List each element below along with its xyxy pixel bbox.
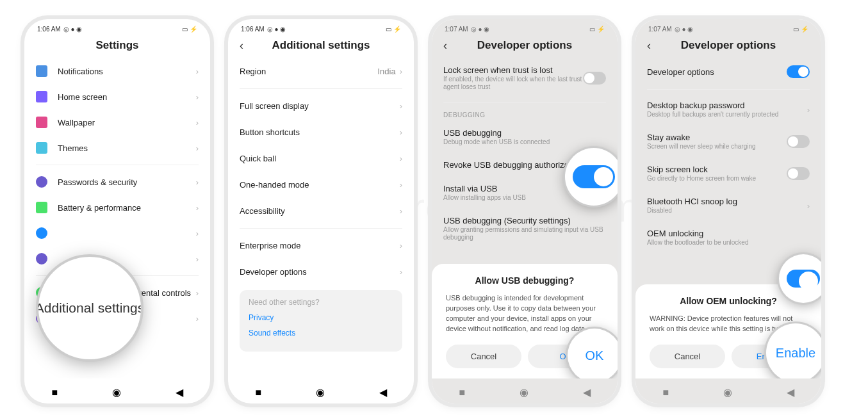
row-label: Accessibility	[240, 206, 400, 216]
row-label: Home screen	[58, 92, 196, 102]
magnify-ok: OK	[568, 329, 618, 378]
settings-row-usb-debug[interactable]: USB debuggingDebug mode when USB is conn…	[443, 121, 606, 153]
toggle-on-magnified	[787, 270, 820, 288]
settings-row-backup[interactable]: Desktop backup passwordDesktop full back…	[647, 94, 810, 126]
chevron-right-icon: ›	[196, 314, 199, 323]
nav-recent-button[interactable]: ■	[662, 387, 669, 398]
need-other-settings: Need other settings? Privacy Sound effec…	[240, 290, 402, 352]
dialog-title: Allow OEM unlocking?	[650, 296, 807, 306]
status-bar: 1:07 AM ◎ ● ◉ ▭ ⚡	[635, 19, 821, 35]
header: Settings	[24, 35, 210, 58]
need-link-privacy[interactable]: Privacy	[249, 313, 393, 322]
phone-body: Notifications› Home screen› Wallpaper› T…	[24, 58, 210, 378]
row-label: Enterprise mode	[240, 241, 400, 250]
cancel-button[interactable]: Cancel	[650, 345, 725, 368]
settings-row-accessibility[interactable]: Accessibility›	[240, 198, 402, 224]
row-label: Notifications	[58, 67, 196, 76]
toggle-developer-on[interactable]	[787, 65, 810, 78]
back-button[interactable]: ‹	[240, 39, 243, 53]
wallpaper-icon	[36, 117, 47, 128]
header: ‹ Additional settings	[228, 35, 414, 58]
nav-recent-button[interactable]: ■	[51, 387, 58, 398]
settings-row-developer[interactable]: Developer options›	[240, 259, 402, 285]
row-value: India	[377, 67, 395, 76]
chevron-right-icon: ›	[196, 254, 199, 264]
battery-icon	[36, 202, 47, 213]
settings-row-wallpaper[interactable]: Wallpaper›	[36, 110, 199, 135]
themes-icon	[36, 142, 47, 154]
settings-row-stayawake[interactable]: Stay awakeScreen will never sleep while …	[647, 126, 810, 158]
battery-icon: ▭ ⚡	[589, 26, 605, 33]
settings-row-quickball[interactable]: Quick ball›	[240, 145, 402, 172]
row-label: Lock screen when trust is lost	[443, 65, 583, 75]
settings-row-usb-security[interactable]: USB debugging (Security settings)Allow g…	[443, 209, 606, 248]
row-sub: Desktop full backups aren't currently pr…	[647, 111, 807, 118]
settings-row-onehanded[interactable]: One-handed mode›	[240, 172, 402, 198]
row-label: Bluetooth HCI snoop log	[647, 197, 807, 206]
row-label: Themes	[58, 143, 196, 153]
chevron-right-icon: ›	[400, 127, 402, 137]
row-label: Developer options	[647, 67, 787, 77]
settings-row-bthci[interactable]: Bluetooth HCI snoop logDisabled›	[647, 190, 810, 222]
back-button[interactable]: ‹	[647, 39, 651, 53]
battery-icon: ▭ ⚡	[793, 26, 808, 33]
chevron-right-icon: ›	[400, 154, 402, 163]
divider	[240, 228, 402, 229]
settings-row-enterprise[interactable]: Enterprise mode›	[240, 232, 402, 259]
phone-oem-unlock: 1:07 AM ◎ ● ◉ ▭ ⚡ ‹ Developer options De…	[635, 19, 821, 403]
status-icon: ◎ ● ◉	[267, 26, 286, 33]
row-label: Desktop backup password	[647, 101, 807, 110]
nav-home-button[interactable]: ◉	[520, 386, 528, 398]
need-title: Need other settings?	[249, 298, 393, 307]
toggle-skip-lock[interactable]	[787, 167, 810, 180]
nav-back-button[interactable]: ◀	[787, 386, 794, 398]
toggle-stay-awake[interactable]	[787, 135, 810, 148]
nav-back-button[interactable]: ◀	[379, 386, 387, 398]
divider	[647, 89, 810, 90]
navbar: ■ ◉ ◀	[432, 378, 618, 403]
settings-row-region[interactable]: RegionIndia›	[240, 58, 402, 85]
divider	[443, 102, 606, 102]
row-label: Stay awake	[647, 133, 787, 142]
back-button[interactable]: ‹	[443, 39, 447, 53]
row-label: Wallpaper	[58, 118, 196, 127]
settings-row-home[interactable]: Home screen›	[36, 84, 199, 110]
dialog-usb-debugging: Allow USB debugging? USB debugging is in…	[432, 264, 618, 378]
settings-row-battery[interactable]: Battery & performance›	[36, 195, 199, 220]
settings-row-oem[interactable]: OEM unlockingAllow the bootloader to be …	[647, 222, 810, 254]
section-debugging: DEBUGGING	[443, 111, 606, 118]
row-sub: If enabled, the device will lock when th…	[443, 76, 583, 91]
settings-row-lockscreen[interactable]: Lock screen when trust is lostIf enabled…	[443, 58, 606, 98]
status-time: 1:06 AM	[37, 26, 61, 33]
phone-body: Lock screen when trust is lostIf enabled…	[432, 58, 618, 378]
chevron-right-icon: ›	[400, 67, 402, 76]
row-sub: Allow granting permissions and simulatin…	[443, 226, 606, 241]
nav-recent-button[interactable]: ■	[459, 387, 465, 398]
row-label: USB debugging (Security settings)	[443, 216, 606, 225]
settings-row-hidden1[interactable]: ›	[36, 220, 199, 246]
magnify-ok-text: OK	[585, 348, 604, 363]
settings-row-shortcuts[interactable]: Button shortcuts›	[240, 119, 402, 145]
battery-icon: ▭ ⚡	[182, 26, 197, 33]
toggle-off[interactable]	[583, 72, 606, 85]
row-sub: Debug mode when USB is connected	[443, 138, 606, 146]
nav-home-button[interactable]: ◉	[723, 386, 732, 398]
settings-row-themes[interactable]: Themes›	[36, 135, 199, 161]
nav-back-button[interactable]: ◀	[176, 386, 183, 398]
cancel-button[interactable]: Cancel	[446, 345, 521, 368]
settings-row-skiplock[interactable]: Skip screen lockGo directly to Home scre…	[647, 158, 810, 190]
nav-back-button[interactable]: ◀	[583, 386, 591, 398]
settings-row-fullscreen[interactable]: Full screen display›	[240, 93, 402, 119]
need-link-sound[interactable]: Sound effects	[249, 329, 393, 338]
toggle-on-magnified	[573, 165, 615, 188]
page-title: Developer options	[443, 39, 606, 52]
settings-row-passwords[interactable]: Passwords & security›	[36, 169, 199, 195]
security-icon	[36, 176, 47, 188]
settings-row-notifications[interactable]: Notifications›	[36, 58, 199, 84]
phone-body: RegionIndia› Full screen display› Button…	[228, 58, 414, 378]
nav-home-button[interactable]: ◉	[316, 386, 325, 398]
nav-home-button[interactable]: ◉	[112, 386, 121, 398]
page-title: Additional settings	[240, 39, 402, 52]
nav-recent-button[interactable]: ■	[255, 387, 261, 398]
settings-row-devopts[interactable]: Developer options	[647, 58, 810, 85]
